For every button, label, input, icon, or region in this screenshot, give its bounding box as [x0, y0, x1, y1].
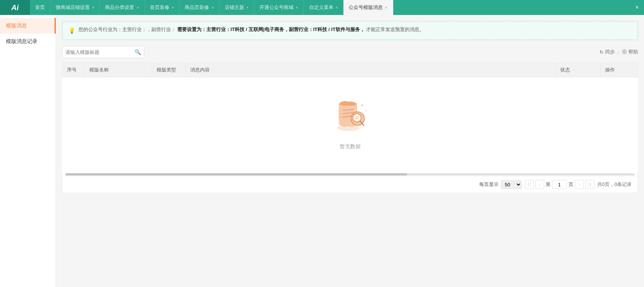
sync-button[interactable]: ↻ 同步: [600, 49, 615, 55]
page-size-dropdown[interactable]: 102050100: [501, 180, 522, 189]
col-header-action: 操作: [601, 63, 638, 77]
tab-label: 首页装修: [150, 4, 169, 11]
tab-close-mall[interactable]: ×: [296, 5, 298, 10]
divider: |: [618, 49, 619, 55]
svg-text:✦: ✦: [365, 110, 367, 112]
tab-label: 商品分类设置: [105, 4, 134, 11]
page-di-label: 第: [546, 181, 551, 188]
tab-template[interactable]: 公众号模版消息×: [343, 0, 393, 15]
page-size-select: 每页显示 102050100: [479, 180, 522, 189]
tab-label: 商品页装修: [185, 4, 209, 11]
toolbar: 🔍 ↻ 同步 | ⓪ 帮助: [62, 46, 638, 58]
next-page-button[interactable]: ›: [575, 180, 584, 189]
scroll-bar-track[interactable]: [65, 173, 635, 175]
col-header-name: 模版名称: [85, 63, 152, 77]
tab-close-theme[interactable]: ×: [246, 5, 249, 10]
logo: Ai: [0, 0, 30, 15]
page-nav: ⟨⟨ ‹ 第 页 › ⟩⟩: [525, 180, 594, 189]
tab-close-wshop[interactable]: ×: [92, 5, 94, 10]
tab-bar: 首页微商城店铺设置×商品分类设置×首页装修×商品页装修×店铺主题×开通公众号商城…: [30, 0, 630, 15]
scroll-bar-thumb[interactable]: [65, 173, 407, 175]
col-header-index: 序号: [62, 63, 85, 77]
tab-close-category[interactable]: ×: [136, 5, 139, 10]
sidebar-item-template-msg[interactable]: 模版消息: [0, 18, 56, 34]
empty-state: ✦ ✦ 暂无数据: [62, 77, 638, 172]
last-page-button[interactable]: ⟩⟩: [585, 180, 594, 189]
help-button[interactable]: ⓪ 帮助: [622, 49, 638, 55]
notice-text: 您的公众号行业为：主营行业：，副营行业： 需要设置为：主营行业：IT科技 / 互…: [78, 26, 424, 34]
prev-page-button[interactable]: ‹: [535, 180, 544, 189]
tab-mall[interactable]: 开通公众号商城×: [254, 0, 303, 15]
tab-product[interactable]: 商品页装修×: [179, 0, 219, 15]
tab-label: 微商城店铺设置: [56, 4, 90, 11]
sidebar-item-template-record[interactable]: 模版消息记录: [0, 34, 56, 49]
table-wrapper: 序号模版名称模版类型消息内容状态操作: [62, 62, 638, 193]
tab-label: 自定义菜单: [309, 4, 333, 11]
page-size-label: 每页显示: [479, 181, 499, 188]
bulb-icon: 💡: [68, 26, 76, 35]
total-info: 共0页，0条记录: [597, 181, 632, 188]
svg-text:✦: ✦: [361, 103, 364, 107]
empty-illustration: ✦ ✦: [328, 92, 373, 137]
tab-label: 开通公众号商城: [259, 4, 293, 11]
first-page-button[interactable]: ⟨⟨: [525, 180, 534, 189]
col-header-content: 消息内容: [186, 63, 556, 77]
table-header: 序号模版名称模版类型消息内容状态操作: [62, 63, 638, 77]
tab-menu[interactable]: 自定义菜单×: [304, 0, 343, 15]
main-layout: 模版消息模版消息记录 💡 您的公众号行业为：主营行业：，副营行业： 需要设置为：…: [0, 15, 644, 287]
tab-label: 首页: [35, 4, 45, 11]
tab-close-template[interactable]: ×: [385, 5, 387, 10]
tab-home[interactable]: 首页: [30, 0, 50, 15]
refresh-icon: ↻: [600, 49, 604, 55]
tab-close-homepage[interactable]: ×: [172, 5, 174, 10]
help-icon: ⓪: [622, 49, 627, 55]
tab-category[interactable]: 商品分类设置×: [100, 0, 144, 15]
global-close-button[interactable]: ×: [630, 0, 644, 15]
data-table: 序号模版名称模版类型消息内容状态操作: [62, 62, 638, 77]
tab-homepage[interactable]: 首页装修×: [145, 0, 179, 15]
tab-close-menu[interactable]: ×: [336, 5, 338, 10]
scroll-bar-area[interactable]: [62, 172, 638, 176]
sidebar: 模版消息模版消息记录: [0, 15, 56, 287]
content-area: 💡 您的公众号行业为：主营行业：，副营行业： 需要设置为：主营行业：IT科技 /…: [56, 15, 644, 287]
top-nav: Ai 首页微商城店铺设置×商品分类设置×首页装修×商品页装修×店铺主题×开通公众…: [0, 0, 644, 15]
tab-theme[interactable]: 店铺主题×: [219, 0, 254, 15]
tab-label: 店铺主题: [225, 4, 244, 11]
notice-box: 💡 您的公众号行业为：主营行业：，副营行业： 需要设置为：主营行业：IT科技 /…: [62, 21, 638, 40]
pagination: 每页显示 102050100 ⟨⟨ ‹ 第 页 › ⟩⟩ 共0页，0条记录: [62, 176, 638, 193]
page-number-input[interactable]: [552, 180, 567, 189]
col-header-type: 模版类型: [152, 63, 186, 77]
tab-label: 公众号模版消息: [349, 4, 383, 11]
page-label: 页: [568, 181, 573, 188]
tab-wshop[interactable]: 微商城店铺设置×: [50, 0, 100, 15]
toolbar-right: ↻ 同步 | ⓪ 帮助: [600, 49, 638, 55]
col-header-status: 状态: [556, 63, 601, 77]
search-input[interactable]: [65, 49, 135, 55]
search-icon[interactable]: 🔍: [135, 49, 141, 55]
tab-close-product[interactable]: ×: [211, 5, 213, 10]
empty-text: 暂无数据: [340, 143, 361, 150]
search-box[interactable]: 🔍: [62, 46, 144, 58]
